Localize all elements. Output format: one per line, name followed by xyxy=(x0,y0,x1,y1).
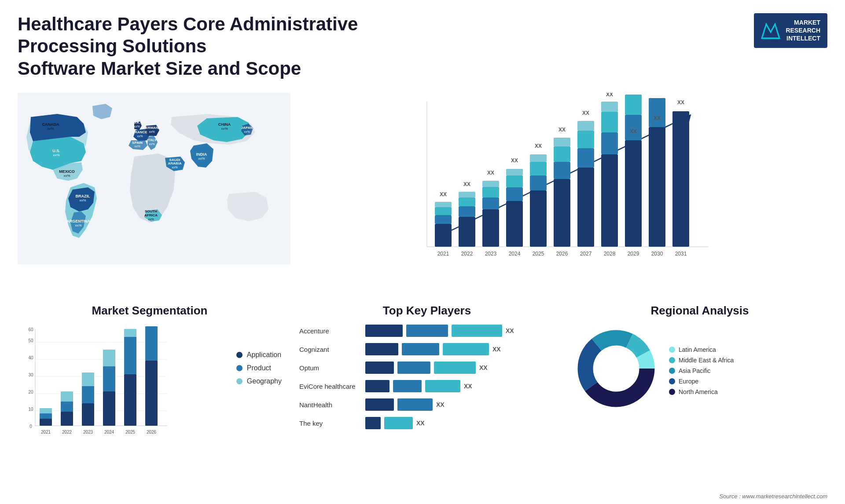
svg-rect-75 xyxy=(601,132,618,154)
svg-text:40: 40 xyxy=(28,355,33,360)
svg-rect-54 xyxy=(506,201,523,247)
svg-rect-39 xyxy=(435,224,452,247)
player-bar-nanthealth: XX xyxy=(365,398,445,411)
svg-text:2026: 2026 xyxy=(556,251,568,257)
svg-rect-126 xyxy=(124,374,136,426)
svg-text:XX: XX xyxy=(535,143,542,149)
svg-text:SOUTH: SOUTH xyxy=(145,209,157,213)
svg-text:SPAIN: SPAIN xyxy=(132,141,143,145)
svg-text:60: 60 xyxy=(28,327,33,332)
legend-item-product: Product xyxy=(236,364,282,372)
player-row-accenture: Accenture XX xyxy=(299,325,555,337)
svg-rect-50 xyxy=(482,197,499,209)
svg-rect-125 xyxy=(103,350,115,366)
svg-text:2021: 2021 xyxy=(437,251,449,257)
segmentation-svg: 0 10 20 30 40 50 60 xyxy=(18,325,176,448)
svg-text:INDIA: INDIA xyxy=(196,152,207,157)
logo-box: MARKET RESEARCH INTELLECT xyxy=(754,13,827,48)
svg-text:xx%: xx% xyxy=(134,125,140,128)
page-header: Healthcare Payers Core Administrative Pr… xyxy=(0,0,845,88)
segmentation-title: Market Segmentation xyxy=(18,304,282,318)
svg-rect-130 xyxy=(145,326,158,361)
svg-text:XX: XX xyxy=(440,191,447,197)
svg-text:50: 50 xyxy=(28,338,33,343)
svg-text:U.K.: U.K. xyxy=(133,121,140,124)
svg-text:xx%: xx% xyxy=(221,127,228,131)
regional-item-northamerica: North America xyxy=(669,388,734,395)
bottom-right: Top Key Players Accenture XX Cognizant X… xyxy=(290,299,836,504)
svg-text:U.S.: U.S. xyxy=(52,149,60,153)
player-name-nanthealth: NantHealth xyxy=(299,401,361,409)
chart-section: XX XX XX XX XX xyxy=(290,88,836,299)
svg-text:XX: XX xyxy=(487,170,494,176)
content-grid: CANADA xx% U.S. xx% MEXICO xx% BRAZIL xx… xyxy=(0,88,845,504)
svg-rect-81 xyxy=(625,95,642,115)
svg-rect-114 xyxy=(40,419,52,426)
legend-dot-geography xyxy=(236,378,242,384)
svg-rect-46 xyxy=(459,197,475,206)
player-name-cognizant: Cognizant xyxy=(299,346,361,353)
svg-text:2025: 2025 xyxy=(533,251,544,257)
player-name-thekey: The key xyxy=(299,420,361,427)
svg-text:MEXICO: MEXICO xyxy=(59,169,75,174)
svg-rect-79 xyxy=(625,140,642,247)
svg-rect-47 xyxy=(459,192,475,197)
svg-rect-80 xyxy=(625,115,642,140)
svg-rect-51 xyxy=(482,187,499,197)
svg-text:30: 30 xyxy=(28,373,33,377)
svg-text:XX: XX xyxy=(582,110,589,116)
svg-text:xx%: xx% xyxy=(148,218,154,221)
svg-text:2021: 2021 xyxy=(41,430,51,435)
svg-text:2025: 2025 xyxy=(125,430,136,435)
svg-rect-69 xyxy=(577,168,594,247)
svg-text:XX: XX xyxy=(630,128,637,135)
svg-text:XX: XX xyxy=(511,157,518,164)
svg-text:2031: 2031 xyxy=(675,251,687,257)
regional-item-apac: Asia Pacific xyxy=(669,367,734,374)
player-row-cognizant: Cognizant XX xyxy=(299,343,555,355)
svg-text:XX: XX xyxy=(677,99,684,106)
svg-text:xx%: xx% xyxy=(244,130,250,133)
regional-section: Regional Analysis La xyxy=(563,299,836,504)
svg-text:2028: 2028 xyxy=(604,251,616,257)
segmentation-section: Market Segmentation 0 10 20 30 40 50 60 xyxy=(9,299,290,504)
svg-text:2026: 2026 xyxy=(147,430,157,435)
svg-rect-61 xyxy=(530,162,547,175)
svg-rect-123 xyxy=(103,391,115,426)
svg-text:xx%: xx% xyxy=(149,142,154,146)
svg-rect-71 xyxy=(577,131,594,148)
svg-text:GERMANY: GERMANY xyxy=(143,126,162,130)
svg-rect-42 xyxy=(435,202,452,207)
svg-rect-115 xyxy=(40,413,52,419)
svg-text:2024: 2024 xyxy=(509,251,521,257)
svg-text:xx%: xx% xyxy=(79,198,86,202)
svg-rect-119 xyxy=(61,391,73,402)
svg-rect-60 xyxy=(530,175,547,190)
svg-text:2027: 2027 xyxy=(580,251,592,257)
donut-container: Latin America Middle East & Africa Asia … xyxy=(572,325,827,413)
svg-rect-116 xyxy=(40,408,52,413)
player-name-optum: Optum xyxy=(299,364,361,372)
svg-text:10: 10 xyxy=(28,407,33,412)
regional-legend: Latin America Middle East & Africa Asia … xyxy=(669,346,734,395)
svg-text:xx%: xx% xyxy=(137,135,143,138)
svg-rect-49 xyxy=(482,209,499,247)
svg-rect-83 xyxy=(649,98,665,127)
legend-dot-application xyxy=(236,352,242,358)
player-row-nanthealth: NantHealth XX xyxy=(299,398,555,411)
player-bar-cognizant: XX xyxy=(365,343,501,355)
svg-text:2023: 2023 xyxy=(83,430,93,435)
player-bar-accenture: XX xyxy=(365,325,514,337)
svg-text:CANADA: CANADA xyxy=(42,122,59,127)
bar-chart-svg: XX XX XX XX XX xyxy=(308,93,819,278)
player-bar-optum: XX xyxy=(365,362,488,374)
svg-text:xx%: xx% xyxy=(198,157,205,161)
svg-rect-129 xyxy=(145,361,158,426)
svg-text:2030: 2030 xyxy=(651,251,663,257)
svg-text:xx%: xx% xyxy=(134,145,140,148)
logo-icon xyxy=(761,21,780,40)
svg-text:2023: 2023 xyxy=(485,251,497,257)
svg-rect-76 xyxy=(601,112,618,132)
svg-text:ITALY: ITALY xyxy=(147,138,157,142)
segmentation-chart: 0 10 20 30 40 50 60 xyxy=(18,325,228,449)
